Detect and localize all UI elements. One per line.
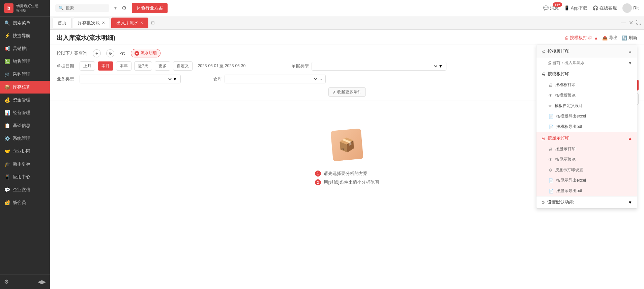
user-profile[interactable]: Rit	[622, 3, 639, 13]
sidebar-item-wechat[interactable]: 💬 企业微信	[0, 183, 50, 196]
logo-icon: b	[4, 3, 13, 13]
sidebar-item-sales[interactable]: 💹 销售管理	[0, 55, 50, 68]
print-dropdown-panel: 🖨 按模板打印 ▲ 🖨 当前：出入库流水 ▼	[536, 45, 637, 209]
window-close-icon[interactable]: ✕	[629, 20, 633, 26]
refresh-icon: 🔄	[622, 35, 627, 41]
template-export-excel-label: 按模板导出excel	[556, 113, 586, 119]
sidebar-item-marketing[interactable]: 📢 营销推广	[0, 42, 50, 55]
current-label: 🖨 当前：出入库流水	[547, 60, 585, 66]
display-print-title: 🖨 按显示打印	[541, 135, 569, 141]
template-print-header[interactable]: 🖨 按模板打印	[536, 68, 637, 80]
filter-add-button[interactable]: +	[93, 49, 101, 57]
biz-type-select[interactable]	[83, 76, 173, 82]
warehouse-more-icon[interactable]: ···	[318, 77, 322, 82]
tab-stock-flow[interactable]: 出入库流水 ✕	[111, 18, 148, 28]
display-print-label: 按显示打印	[548, 135, 569, 141]
tab-stock-close-icon[interactable]: ✕	[140, 21, 143, 25]
tab-batch-account[interactable]: 库存批次账 ✕	[73, 18, 110, 28]
display-print-icon: 🖨	[541, 136, 546, 141]
topbar-gear-icon[interactable]: ⚙	[122, 5, 126, 11]
current-chevron-icon[interactable]: ▼	[628, 61, 632, 65]
sidebar-item-beginner[interactable]: 🎓 新手引导	[0, 158, 50, 170]
warehouse-select[interactable]	[228, 76, 318, 82]
display-section-chevron-icon[interactable]: ▲	[628, 136, 632, 141]
collapse-more-btn[interactable]: ∧ 收起更多条件	[328, 87, 366, 97]
template-preview-item[interactable]: 👁 按模板预览	[536, 90, 637, 101]
page-title: 出入库流水(流水明细)	[57, 34, 115, 42]
empty-hint-1: 1 请先选择要分析的方案	[315, 170, 379, 177]
empty-hints: 1 请先选择要分析的方案 2 用[过滤]条件来缩小分析范围	[315, 170, 379, 185]
sidebar-item-label: 新手引导	[13, 161, 30, 167]
tabs-expand-icon[interactable]: ⊞	[151, 20, 155, 25]
refresh-button[interactable]: 🔄 刷新	[622, 35, 637, 41]
date-btn-7days[interactable]: 近7天	[134, 61, 152, 71]
print-chevron-icon: ▲	[594, 35, 598, 41]
sidebar-item-quick-nav[interactable]: ⚡ 快捷导航	[0, 29, 50, 42]
sidebar-item-inventory[interactable]: 📦 库存核算	[0, 81, 50, 94]
template-design-item[interactable]: ✏ 模板自定义设计	[536, 101, 637, 111]
collapse-label: 收起更多条件	[337, 89, 361, 95]
template-export-excel-item[interactable]: 📄 按模板导出excel	[536, 111, 637, 122]
sidebar-item-management[interactable]: 📊 经营管理	[0, 106, 50, 119]
current-template-text: 当前：出入库流水	[552, 60, 585, 65]
sidebar-item-app-center[interactable]: 📱 应用中心	[0, 170, 50, 183]
template-print-item[interactable]: 🖨 按模板打印	[536, 80, 637, 90]
sidebar-item-cooperation[interactable]: 🤝 企业协同	[0, 145, 50, 158]
filter-collapse-button[interactable]: ≪	[120, 50, 125, 56]
sidebar-item-purchase[interactable]: 🛒 采购管理	[0, 68, 50, 81]
template-export-pdf-item[interactable]: 📄 按模板导出pdf	[536, 122, 637, 132]
display-export-excel-item[interactable]: 📄 按显示导出excel	[536, 175, 637, 186]
set-default-header[interactable]: ⚙ 设置默认功能 ▼	[536, 196, 637, 208]
display-print-header[interactable]: 🖨 按显示打印 ▲	[536, 132, 637, 144]
settings-icon[interactable]: ⚙	[4, 279, 9, 285]
date-btn-this-year[interactable]: 本年	[116, 61, 131, 71]
purchase-icon: 🛒	[4, 71, 10, 77]
display-export-pdf-item[interactable]: 📄 按显示导出pdf	[536, 186, 637, 196]
trial-button[interactable]: 体验行业方案	[132, 3, 168, 13]
biz-type-selector[interactable]: ▼	[80, 75, 181, 83]
sidebar-nav: 🔍 搜索菜单 ⚡ 快捷导航 📢 营销推广 💹 销售管理 🛒 采购管理 📦 库存核…	[0, 17, 50, 274]
topbar-search-box[interactable]: 🔍	[55, 4, 109, 12]
type-selector[interactable]: ▼	[312, 62, 446, 71]
date-btn-more[interactable]: 更多	[155, 61, 170, 71]
tab-batch-close-icon[interactable]: ✕	[102, 21, 105, 25]
warehouse-selector[interactable]: ···	[225, 75, 326, 83]
app-name: 畅捷通好生意	[16, 3, 38, 8]
template-print-item-label: 按模板打印	[555, 82, 576, 88]
search-input[interactable]	[66, 6, 99, 10]
display-settings-label: 按显示打印设置	[555, 167, 583, 173]
export-icon: 📤	[602, 35, 608, 41]
date-btn-custom[interactable]: 自定义	[173, 61, 193, 71]
collapse-sidebar-icon[interactable]: ◀▶	[38, 279, 46, 285]
export-button[interactable]: 📤 导出	[602, 35, 618, 41]
sidebar-item-search[interactable]: 🔍 搜索菜单	[0, 17, 50, 29]
tab-home[interactable]: 首页	[53, 18, 71, 28]
dropdown-collapse-icon[interactable]: ▲	[628, 49, 632, 54]
set-default-chevron-icon[interactable]: ▼	[628, 200, 632, 205]
sidebar-item-system[interactable]: ⚙️ 系统管理	[0, 132, 50, 145]
display-preview-item[interactable]: 👁 按显示预览	[536, 154, 637, 165]
message-button[interactable]: 💬 消息 99+	[543, 5, 559, 11]
filter-tag-label: 流水明细	[141, 50, 157, 56]
window-minimize-icon[interactable]: —	[621, 20, 626, 26]
date-btn-this-month[interactable]: 本月	[98, 61, 113, 71]
date-btn-last-month[interactable]: 上月	[80, 61, 95, 71]
filter-tag[interactable]: ● 流水明细	[131, 49, 160, 57]
sidebar-item-basic-info[interactable]: 📋 基础信息	[0, 119, 50, 132]
filter-settings-button[interactable]: ⚙	[106, 49, 114, 57]
search-chevron-icon[interactable]: ▼	[113, 5, 118, 10]
template-export-pdf-label: 按模板导出pdf	[556, 124, 582, 130]
display-print-item[interactable]: 🖨 按显示打印	[536, 144, 637, 154]
window-expand-icon[interactable]: ⛶	[636, 20, 641, 26]
online-service-button[interactable]: 🎧 在线客服	[593, 5, 617, 11]
sidebar-item-member[interactable]: 👑 畅会员	[0, 196, 50, 209]
sidebar-item-finance[interactable]: 💰 资金管理	[0, 94, 50, 106]
filter-section-label: 按以下方案查询	[57, 50, 87, 56]
print-template-button[interactable]: 🖨 按模板打印 ▲	[564, 35, 598, 41]
display-print-settings-item[interactable]: ⚙ 按显示打印设置	[536, 165, 637, 175]
app-download-button[interactable]: 📱 App下载	[564, 5, 587, 11]
biz-type-chevron-icon: ▼	[173, 77, 177, 82]
wechat-icon: 💬	[4, 187, 10, 193]
type-select[interactable]	[315, 63, 438, 69]
system-icon: ⚙️	[4, 135, 10, 141]
